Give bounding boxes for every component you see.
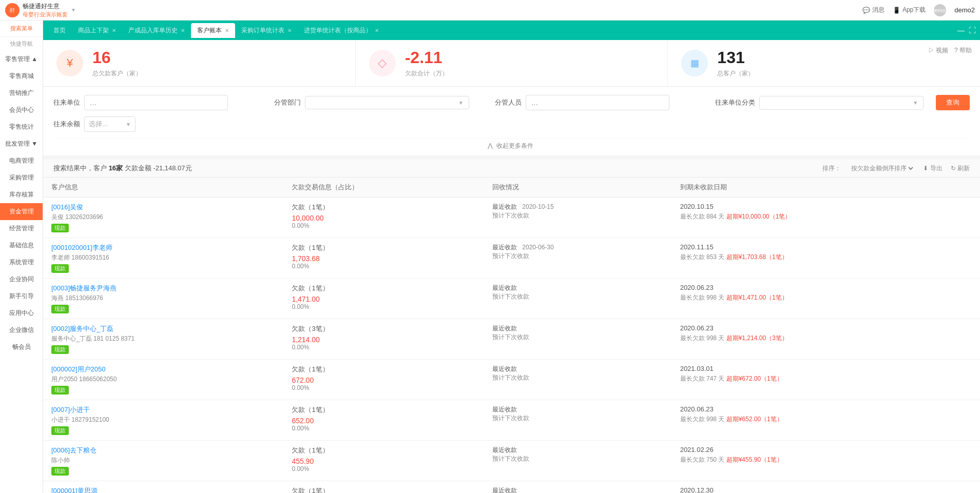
customer-name[interactable]: [0007]小进干 xyxy=(51,405,275,415)
table-row: [000001]黄思源 黄思源 13552700226 现款 欠款（1笔） 42… xyxy=(43,481,980,494)
debt-count: 欠款（1笔） xyxy=(292,446,476,455)
debt-percent: 0.00% xyxy=(292,465,476,472)
stat-icon-debt: ¥ xyxy=(55,49,84,77)
sidebar-item-retail-mgmt[interactable]: 零售管理 ▲ xyxy=(0,51,43,68)
customer-info-cell: [0001020001]李老师 李老师 18600391516 现款 xyxy=(43,238,283,279)
refresh-btn[interactable]: ↻ 刷新 xyxy=(951,164,970,173)
debt-amount: 672.00 xyxy=(292,376,476,384)
next-payment-label: 预计下次收款 xyxy=(492,211,663,220)
filter-label-manager: 分管人员 xyxy=(495,98,522,107)
sidebar-item-basic-info[interactable]: 基础信息 xyxy=(0,237,43,254)
tab-close-production[interactable]: ✕ xyxy=(181,28,185,33)
collapse-btn[interactable]: ⋀ 收起更多条件 xyxy=(53,138,970,155)
filter-arrow-unit-category: ▼ xyxy=(913,100,918,106)
customer-name[interactable]: [0003]畅捷服务尹海燕 xyxy=(51,284,275,293)
filter-input-manager[interactable]: ... xyxy=(526,95,669,110)
sidebar-item-member[interactable]: 会员中心 xyxy=(0,102,43,119)
sidebar-item-capital[interactable]: 资金管理 xyxy=(0,203,43,220)
stat-card-debt-customers: ¥ 16 总欠款客户（家） xyxy=(43,40,356,86)
sidebar: 搜索菜单 快捷导航 零售管理 ▲ 零售商城 营销推广 会员中心 零售统计 批发管… xyxy=(0,21,43,493)
sidebar-item-ecommerce[interactable]: 电商管理 xyxy=(0,152,43,169)
table-row: [0003]畅捷服务尹海燕 海燕 18513066976 现款 欠款（1笔） 1… xyxy=(43,279,980,319)
customer-name[interactable]: [0016]吴俊 xyxy=(51,203,275,212)
overdue-link[interactable]: 超期¥1,703.68（1笔） xyxy=(726,253,788,261)
filter-dept: 分管部门 ▼ xyxy=(274,96,487,109)
tab-inventory-stats[interactable]: 进货单统计表（按商品） ✕ xyxy=(298,23,385,38)
overdue-link[interactable]: 超期¥672.00（1笔） xyxy=(726,375,783,382)
overdue-link[interactable]: 超期¥652.00（1笔） xyxy=(726,416,783,423)
export-btn[interactable]: ⬇ 导出 xyxy=(923,164,942,173)
tabs-minimize-btn[interactable]: — xyxy=(957,26,965,34)
sidebar-item-enterprise[interactable]: 企业协同 xyxy=(0,271,43,288)
payment-tag: 现款 xyxy=(51,345,69,354)
help-btn[interactable]: ? 帮助 xyxy=(954,46,972,55)
debt-info-cell: 欠款（1笔） 455.90 0.00% xyxy=(283,441,484,481)
stat-icon-debt-total: ◇ xyxy=(368,49,397,77)
filter-row-1: 往来单位 ... 分管部门 ▼ xyxy=(53,95,970,110)
sidebar-item-vip[interactable]: 畅会员 xyxy=(0,339,43,356)
tab-home[interactable]: 首页 xyxy=(47,23,72,38)
collapse-icon: ⋀ xyxy=(488,142,493,149)
due-date: 2020.10.15 xyxy=(680,203,972,210)
tab-close-products[interactable]: ✕ xyxy=(112,28,116,33)
store-dropdown-arrow[interactable]: ▼ xyxy=(71,7,76,13)
tab-close-customer-account[interactable]: ✕ xyxy=(225,28,229,33)
sidebar-item-batch-mgmt[interactable]: 批发管理 ▼ xyxy=(0,135,43,152)
search-btn[interactable]: 查询 xyxy=(936,95,970,110)
col-due-date: 到期未收款日期 xyxy=(672,178,980,198)
filter-input-dept[interactable]: ▼ xyxy=(305,96,469,109)
tab-production[interactable]: 产成品入库单历史 ✕ xyxy=(122,23,191,38)
overdue-link[interactable]: 超期¥455.90（1笔） xyxy=(726,456,783,463)
filter-area: 往来单位 ... 分管部门 ▼ xyxy=(43,87,980,155)
overdue-link[interactable]: 超期¥1,471.00（1笔） xyxy=(726,294,788,301)
sidebar-item-system[interactable]: 系统管理 xyxy=(0,254,43,271)
last-payment-label: 最近收款 xyxy=(492,446,663,455)
due-date-cell: 2020.11.15 最长欠款 853 天 超期¥1,703.68（1笔） xyxy=(672,238,980,279)
debt-info-cell: 欠款（3笔） 1,214.00 0.00% xyxy=(283,319,484,360)
video-btn[interactable]: ▷ 视频 xyxy=(928,46,948,55)
due-date: 2020.06.23 xyxy=(680,324,972,332)
user-avatar[interactable]: demo2 xyxy=(934,4,946,16)
sidebar-item-inventory[interactable]: 库存核算 xyxy=(0,186,43,203)
stats-bar: ¥ 16 总欠款客户（家） ◇ -2.11 欠款合计（万） xyxy=(43,40,980,87)
sidebar-item-retail-shop[interactable]: 零售商城 xyxy=(0,68,43,85)
payment-tag: 现款 xyxy=(51,426,69,435)
debt-percent: 0.00% xyxy=(292,222,476,229)
customer-phone: 李老师 18600391516 xyxy=(51,253,275,262)
sidebar-item-ops[interactable]: 经营管理 xyxy=(0,220,43,237)
debt-count: 欠款（1笔） xyxy=(292,203,476,212)
sidebar-item-guide[interactable]: 新手引导 xyxy=(0,288,43,305)
tab-close-purchase-order[interactable]: ✕ xyxy=(287,28,292,33)
search-menu[interactable]: 搜索菜单 xyxy=(0,21,43,37)
sidebar-item-app-center[interactable]: 应用中心 xyxy=(0,305,43,322)
tab-close-inventory-stats[interactable]: ✕ xyxy=(375,28,379,33)
sidebar-item-purchase[interactable]: 采购管理 xyxy=(0,169,43,186)
sidebar-item-wechat[interactable]: 企业微信 xyxy=(0,322,43,339)
recovery-cell: 最近收款 预计下次收款 xyxy=(484,319,671,360)
customer-name[interactable]: [0002]服务中心_丁磊 xyxy=(51,324,275,333)
overdue-link[interactable]: 超期¥1,214.00（3笔） xyxy=(726,334,788,342)
tab-products[interactable]: 商品上下架 ✕ xyxy=(72,23,122,38)
debt-percent: 0.00% xyxy=(292,303,476,310)
tabs-maximize-btn[interactable]: ⛶ xyxy=(969,26,976,34)
tab-purchase-order[interactable]: 采购订单统计表 ✕ xyxy=(235,23,298,38)
customer-name[interactable]: [0006]去下粮仓 xyxy=(51,446,275,455)
refresh-icon: ↻ xyxy=(951,165,956,172)
filter-input-from-unit[interactable]: ... xyxy=(84,95,228,110)
customer-name[interactable]: [000002]用户2050 xyxy=(51,365,275,374)
filter-input-unit-category[interactable]: ▼ xyxy=(759,96,924,110)
sidebar-item-marketing[interactable]: 营销推广 xyxy=(0,85,43,102)
tab-customer-account[interactable]: 客户账本 ✕ xyxy=(191,23,235,38)
stat-info-debt-total: -2.11 欠款合计（万） xyxy=(405,48,656,78)
message-btn[interactable]: 💬 消息 xyxy=(862,6,885,14)
app-download-btn[interactable]: 📱 App下载 xyxy=(893,6,926,14)
sort-select[interactable]: 按欠款金额倒序排序 xyxy=(849,164,915,172)
customer-name[interactable]: [000001]黄思源 xyxy=(51,486,275,493)
last-payment-label: 最近收款 xyxy=(492,284,663,292)
message-icon: 💬 xyxy=(862,7,870,14)
filter-select-balance[interactable]: 选择... ▼ xyxy=(84,116,136,132)
overdue-link[interactable]: 超期¥10,000.00（1笔） xyxy=(726,213,792,220)
customer-name[interactable]: [0001020001]李老师 xyxy=(51,243,275,252)
filter-unit-category: 往来单位分类 ▼ xyxy=(715,96,928,110)
sidebar-item-retail-stats[interactable]: 零售统计 xyxy=(0,119,43,135)
